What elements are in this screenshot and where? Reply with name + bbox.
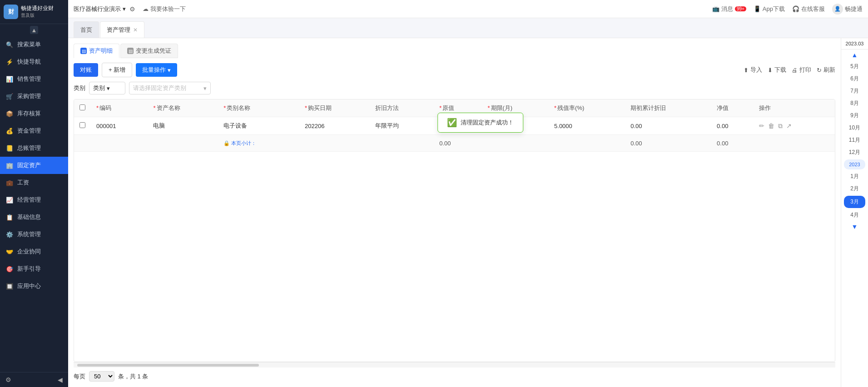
tab-close-icon[interactable]: ✕ (133, 27, 138, 33)
sidebar-item-basic-info[interactable]: 📋基础信息 (0, 208, 68, 226)
download-icon: 📱 (754, 5, 761, 12)
row-checkbox-0[interactable] (79, 122, 85, 128)
tab-bar: 首页 资产管理 ✕ (68, 18, 868, 38)
cell-category-0: 电子设备 (218, 117, 299, 135)
main-area: 医疗器械行业演示 ▾ ⚙ ☁ 我要体验一下 📺 消息 99+ 📱 App下载 🎧… (68, 0, 868, 387)
refresh-btn[interactable]: ↻ 刷新 (817, 66, 835, 74)
filter-category-select[interactable]: 类别 ▾ (89, 82, 125, 94)
copy-icon-0[interactable]: ⧉ (778, 122, 783, 130)
reconcile-button[interactable]: 对账 (74, 63, 98, 77)
success-toast: ✅ 清理固定资产成功！ (437, 113, 523, 133)
cal-month-5[interactable]: 5月 (841, 60, 868, 73)
sidebar-item-ledger[interactable]: 📒总账管理 (0, 139, 68, 157)
edit-icon-0[interactable]: ✏ (759, 122, 764, 130)
cal-month-12[interactable]: 12月 (841, 146, 868, 159)
print-icon: 🖨 (792, 67, 798, 74)
col-depreciation-method: 折旧方法 (370, 99, 434, 117)
calendar-down-btn[interactable]: ▼ (850, 221, 860, 232)
sidebar-item-payroll[interactable]: 💼工资 (0, 174, 68, 191)
app-edition: 普及版 (21, 12, 54, 19)
sidebar-menu: 🔍搜索菜单⚡快捷导航📊销售管理🛒采购管理📦库存核算💰资金管理📒总账管理🏢固定资产… (0, 36, 68, 372)
cell-purchase-date-0: 202206 (299, 117, 370, 135)
cal-month-3-active[interactable]: 3月 (844, 196, 865, 208)
user-menu[interactable]: 👤 畅捷通 (832, 4, 863, 15)
funds-icon: 💰 (5, 127, 14, 135)
sidebar-item-sales[interactable]: 📊销售管理 (0, 70, 68, 88)
import-icon: ⬆ (744, 67, 749, 74)
settings-icon[interactable]: ⚙ (5, 376, 11, 383)
page-size-prefix-label: 每页 (74, 372, 85, 381)
subtotal-label: 🔒 本页小计： (223, 140, 256, 146)
cal-month-4[interactable]: 4月 (841, 209, 868, 221)
cell-depreciation-method-0: 年限平均 (370, 117, 434, 135)
toast-message: 清理固定资产成功！ (461, 119, 514, 127)
delete-icon-0[interactable]: 🗑 (768, 122, 774, 130)
app-logo: 财 (4, 5, 18, 19)
col-code: *编码 (91, 99, 148, 117)
sidebar-item-operations[interactable]: 📈经营管理 (0, 191, 68, 208)
sidebar-item-purchase[interactable]: 🛒采购管理 (0, 88, 68, 105)
cal-month-10[interactable]: 10月 (841, 122, 868, 134)
scrollbar-thumb[interactable] (77, 364, 259, 367)
cal-month-7[interactable]: 7月 (841, 85, 868, 97)
import-btn[interactable]: ⬆ 导入 (744, 66, 762, 74)
tab-asset-mgmt-label: 资产管理 (107, 26, 130, 34)
support-icon: 🎧 (792, 5, 799, 12)
horizontal-scrollbar[interactable] (74, 362, 835, 367)
cal-month-1[interactable]: 1月 (841, 170, 868, 183)
new-button[interactable]: + 新增 (102, 63, 132, 77)
cal-month-2[interactable]: 2月 (841, 183, 868, 195)
refresh-icon: ↻ (817, 67, 822, 74)
app-download-btn[interactable]: 📱 App下载 (754, 5, 785, 13)
success-check-icon: ✅ (447, 118, 457, 128)
notification-btn[interactable]: 📺 消息 99+ (712, 5, 746, 13)
content-area: ▤ 资产明细 ▤ 变更生成凭证 对账 + 新增 批量操作 ▾ ⬆ (68, 38, 868, 387)
calendar-up-btn[interactable]: ▲ (850, 50, 860, 60)
col-initial-depreciation: 期初累计折旧 (625, 99, 711, 117)
sidebar-scroll-up[interactable]: ▲ (30, 26, 38, 34)
select-all-checkbox[interactable] (79, 104, 85, 110)
online-support-btn[interactable]: 🎧 在线客服 (792, 5, 825, 13)
quick-nav-icon: ⚡ (5, 58, 14, 66)
cal-month-6[interactable]: 6月 (841, 73, 868, 85)
sidebar-item-inventory[interactable]: 📦库存核算 (0, 105, 68, 122)
company-selector[interactable]: 医疗器械行业演示 ▾ (74, 5, 126, 13)
app-brand: 畅捷通好业财 (21, 5, 54, 12)
calendar-panel: 2023.03 ▲ 5月 6月 7月 8月 9月 10月 11月 12月 202… (841, 38, 868, 387)
search-icon: 🔍 (5, 40, 14, 49)
cal-month-8[interactable]: 8月 (841, 97, 868, 109)
settings-gear-icon[interactable]: ⚙ (129, 5, 135, 13)
total-count-label: 条，共 1 条 (118, 372, 148, 381)
subtab-change-voucher[interactable]: ▤ 变更生成凭证 (120, 44, 178, 58)
subtab-asset-detail-label: 资产明细 (89, 47, 113, 55)
asset-table: *编码 *资产名称 *类别名称 *购买日期 折旧方法 *原值 *期限(月) *残… (74, 99, 835, 362)
more-icon-0[interactable]: ↗ (786, 122, 792, 130)
sidebar-item-guide[interactable]: 🎯新手引导 (0, 260, 68, 278)
toolbar-right-actions: ⬆ 导入 ⬇ 下载 🖨 打印 ↻ 刷新 (744, 66, 835, 74)
collapse-icon[interactable]: ◀ (58, 376, 63, 383)
cal-month-11[interactable]: 11月 (841, 134, 868, 146)
batch-ops-button[interactable]: 批量操作 ▾ (136, 63, 177, 77)
sidebar: 财 畅捷通好业财 普及版 ▲ 🔍搜索菜单⚡快捷导航📊销售管理🛒采购管理📦库存核算… (0, 0, 68, 387)
sidebar-item-funds[interactable]: 💰资金管理 (0, 122, 68, 139)
notification-icon: 📺 (712, 5, 719, 12)
experience-btn[interactable]: ☁ 我要体验一下 (143, 5, 186, 13)
sidebar-item-quick-nav[interactable]: ⚡快捷导航 (0, 53, 68, 70)
cell-name-0: 电脑 (148, 117, 218, 135)
cal-month-9[interactable]: 9月 (841, 109, 868, 122)
sidebar-item-system[interactable]: ⚙️系统管理 (0, 226, 68, 243)
subtab-asset-detail[interactable]: ▤ 资产明细 (74, 44, 119, 58)
filter-category-input[interactable]: 请选择固定资产类别 ▾ (129, 82, 211, 94)
page-size-select[interactable]: 50 100 200 (89, 371, 114, 382)
print-btn[interactable]: 🖨 打印 (792, 66, 811, 74)
sidebar-item-search[interactable]: 🔍搜索菜单 (0, 36, 68, 53)
sidebar-item-apps[interactable]: 🔲应用中心 (0, 278, 68, 295)
sidebar-item-enterprise[interactable]: 🤝企业协同 (0, 243, 68, 260)
col-residual-rate: *残值率(%) (549, 99, 625, 117)
tab-asset-mgmt[interactable]: 资产管理 ✕ (100, 21, 144, 38)
download-btn[interactable]: ⬇ 下载 (768, 66, 786, 74)
filter-category-label: 类别 (74, 84, 85, 92)
sidebar-item-fixed-assets[interactable]: 🏢固定资产 (0, 157, 68, 174)
tab-home[interactable]: 首页 (74, 21, 99, 38)
topbar-right: 📺 消息 99+ 📱 App下载 🎧 在线客服 👤 畅捷通 (712, 4, 863, 15)
